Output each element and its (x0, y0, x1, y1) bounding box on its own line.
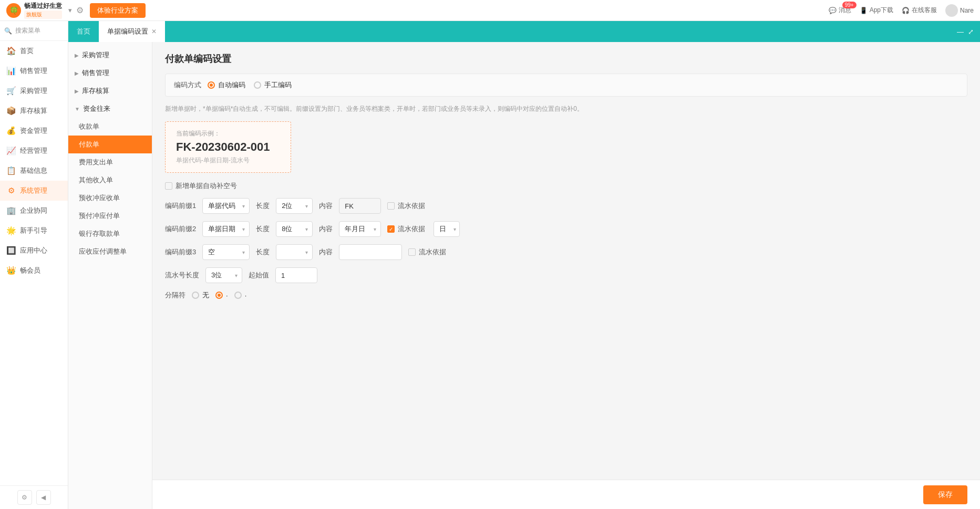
sep-none-option[interactable]: 无 (192, 290, 209, 300)
prefix1-length-select[interactable]: 2位 ▾ (276, 198, 313, 214)
operation-icon: 📈 (6, 146, 16, 155)
window-min-icon[interactable]: — (957, 28, 964, 36)
sub-item-income[interactable]: 其他收入单 (68, 171, 152, 189)
tab-bar: 首页 单据编码设置 ✕ — ⤢ (68, 21, 980, 42)
sep-dot1-radio[interactable] (215, 292, 223, 299)
tab-home[interactable]: 首页 (68, 21, 99, 42)
trial-button[interactable]: 体验行业方案 (90, 3, 146, 18)
sidebar-item-operation[interactable]: 📈 经营管理 (0, 141, 68, 161)
prefix3-length-select[interactable]: ▾ (276, 244, 313, 260)
start-label: 起始值 (249, 271, 269, 280)
sidebar-item-sales[interactable]: 📊 销售管理 (0, 61, 68, 81)
sidebar-item-inventory[interactable]: 📦 库存核算 (0, 101, 68, 121)
prefix3-label: 编码前缀3 (165, 247, 196, 257)
sep-dot1-option[interactable]: · (215, 292, 228, 299)
prefix1-content-input[interactable]: FK (339, 198, 381, 214)
serial-length-select[interactable]: 3位 ▾ (205, 267, 242, 283)
sub-item-receipt[interactable]: 收款单 (68, 118, 152, 136)
serial-arrow: ▾ (235, 273, 238, 278)
sidebar-item-purchase[interactable]: 🛒 采购管理 (0, 81, 68, 101)
guide-icon: 🌟 (6, 226, 16, 235)
sidebar-item-finance[interactable]: 💰 资金管理 (0, 121, 68, 141)
sub-group-capital-title[interactable]: ▼ 资金往来 (68, 100, 152, 118)
sub-group-sales-title[interactable]: ▶ 销售管理 (68, 64, 152, 82)
auto-fill-checkbox[interactable] (165, 182, 172, 190)
tab-encoding[interactable]: 单据编码设置 ✕ (99, 21, 165, 42)
prefix2-length-arrow: ▾ (305, 226, 308, 232)
user-avatar[interactable]: Nare (945, 4, 974, 17)
settings-icon[interactable]: ⚙ (76, 5, 84, 15)
sub-group-purchase-title[interactable]: ▶ 采购管理 (68, 46, 152, 64)
prefix3-length-label: 长度 (256, 247, 270, 257)
prefix1-flow-check: 流水依据 (387, 201, 425, 211)
sep-dot2-radio[interactable] (234, 292, 242, 299)
logo: 🍀 畅通过好生意 旗舰版 (6, 2, 62, 19)
manual-encode-radio[interactable] (254, 81, 261, 89)
sub-item-payment[interactable]: 付款单 (68, 136, 152, 153)
prefix2-arrow: ▾ (242, 226, 245, 232)
prefix2-length-label: 长度 (256, 224, 270, 234)
sub-item-expense[interactable]: 费用支出单 (68, 153, 152, 171)
auto-encode-option[interactable]: 自动编码 (208, 80, 245, 90)
sidebar-item-basic[interactable]: 📋 基础信息 (0, 161, 68, 181)
sep-dot2-option[interactable]: · (234, 292, 247, 299)
sub-item-prepay-receivable[interactable]: 预收冲应收单 (68, 189, 152, 207)
sidebar-item-appstore[interactable]: 🔲 应用中心 (0, 241, 68, 261)
sidebar-search[interactable]: 🔍 搜索菜单 (0, 21, 68, 41)
tab-close-icon[interactable]: ✕ (151, 28, 157, 35)
sub-item-prepay-payable[interactable]: 预付冲应付单 (68, 207, 152, 225)
prefix2-select[interactable]: 单据日期 ▾ (202, 221, 250, 237)
prefix2-flow-check: ✓ 流水依据 (387, 224, 425, 234)
prefix1-length-label: 长度 (256, 201, 270, 211)
start-value-input[interactable] (275, 267, 317, 283)
message-item[interactable]: 💬 消息 99+ (829, 6, 851, 15)
window-max-icon[interactable]: ⤢ (968, 28, 974, 36)
example-code: FK-20230602-001 (176, 140, 280, 154)
example-label: 当前编码示例： (176, 129, 280, 138)
sidebar-collapse-btn[interactable]: ◀ (36, 490, 51, 505)
save-button[interactable]: 保存 (923, 485, 967, 504)
purchase-icon: 🛒 (6, 86, 16, 96)
sidebar: 🔍 搜索菜单 🏠 首页 📊 销售管理 🛒 采购管理 📦 库存核算 💰 资金管理 … (0, 21, 68, 509)
prefix3-flow-checkbox[interactable] (408, 248, 416, 256)
sub-item-bank[interactable]: 银行存取款单 (68, 225, 152, 243)
prefix3-arrow: ▾ (242, 250, 245, 255)
sep-none-radio[interactable] (192, 292, 199, 299)
sidebar-item-member[interactable]: 👑 畅会员 (0, 261, 68, 281)
prefix2-flow-checkbox[interactable]: ✓ (387, 225, 395, 233)
sidebar-settings-btn[interactable]: ⚙ (17, 490, 32, 505)
prefix3-content-input[interactable] (339, 244, 402, 260)
dropdown-arrow[interactable]: ▾ (68, 6, 72, 14)
prefix1-length-arrow: ▾ (305, 203, 308, 209)
sidebar-item-system[interactable]: ⚙ 系统管理 (0, 181, 68, 201)
enterprise-icon: 🏢 (6, 206, 16, 215)
sub-group-inventory-title[interactable]: ▶ 库存核算 (68, 82, 152, 100)
encode-method-label: 编码方式 (174, 80, 201, 90)
sub-item-adjust[interactable]: 应收应付调整单 (68, 243, 152, 261)
message-icon: 💬 (829, 7, 837, 14)
separator-label: 分隔符 (165, 290, 185, 300)
service-item[interactable]: 🎧 在线客服 (902, 6, 937, 15)
prefix1-flow-checkbox[interactable] (387, 202, 395, 210)
page-title: 付款单编码设置 (165, 53, 967, 65)
sidebar-item-enterprise[interactable]: 🏢 企业协同 (0, 201, 68, 221)
logo-icon: 🍀 (6, 3, 21, 18)
manual-encode-option[interactable]: 手工编码 (254, 80, 292, 90)
topbar-left: 🍀 畅通过好生意 旗舰版 ▾ ⚙ 体验行业方案 (6, 2, 146, 19)
prefix1-select[interactable]: 单据代码 ▾ (202, 198, 250, 214)
arrow-right-icon: ▶ (75, 53, 79, 58)
prefix3-length-arrow: ▾ (305, 250, 308, 255)
auto-encode-radio[interactable] (208, 81, 215, 89)
auto-fill-row: 新增单据自动补空号 (165, 181, 967, 191)
prefix2-length-select[interactable]: 8位 ▾ (276, 221, 313, 237)
prefix2-day-select[interactable]: 日 ▾ (434, 221, 460, 237)
sidebar-item-guide[interactable]: 🌟 新手引导 (0, 221, 68, 241)
sidebar-item-home[interactable]: 🏠 首页 (0, 41, 68, 61)
sidebar-bottom: ⚙ ◀ (0, 485, 68, 509)
service-icon: 🎧 (902, 7, 910, 14)
prefix2-content-arrow: ▾ (374, 226, 376, 232)
sub-layout: ▶ 采购管理 ▶ 销售管理 ▶ 库存核算 (68, 42, 980, 509)
prefix3-select[interactable]: 空 ▾ (202, 244, 250, 260)
app-download-item[interactable]: 📱 App下载 (860, 6, 893, 15)
prefix2-content-select[interactable]: 年月日 ▾ (339, 221, 381, 237)
